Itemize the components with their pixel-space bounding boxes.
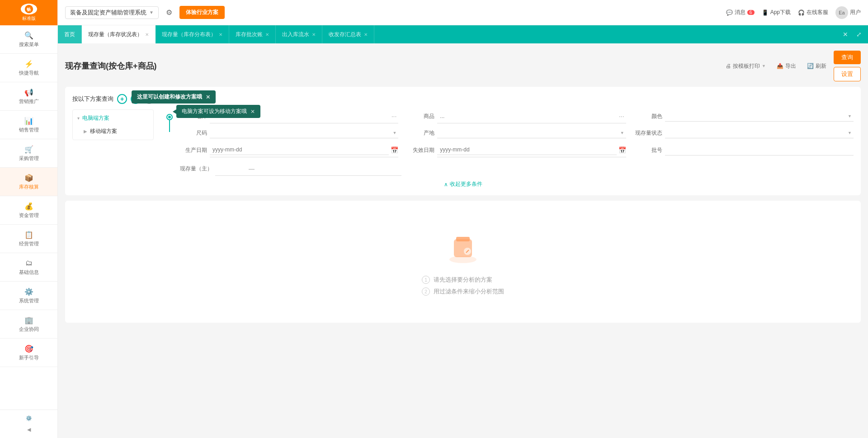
sidebar-item-guide[interactable]: 🎯 新手引导 — [0, 339, 57, 367]
connector-line — [169, 119, 170, 132]
tabs-close-all-icon[interactable]: ✕ — [840, 30, 851, 39]
sidebar-item-inventory[interactable]: 📦 库存核算 — [0, 168, 57, 196]
print-arrow-icon: ▼ — [762, 64, 766, 68]
produce-date-calendar-icon[interactable]: 📅 — [391, 146, 398, 154]
user-item[interactable]: Ea 用户 — [835, 6, 861, 19]
stock-main-from-input[interactable] — [215, 164, 247, 174]
sidebar-item-label: 搜索菜单 — [19, 41, 39, 48]
tab-inout-flow[interactable]: 出入库流水 ✕ — [276, 25, 322, 43]
tab-home[interactable]: 首页 — [58, 25, 82, 43]
template-print-button[interactable]: 🖨 按模板打印 ▼ — [722, 61, 769, 72]
query-button[interactable]: 查询 — [834, 51, 861, 64]
filter-color-field: 颜色 — [635, 109, 854, 123]
tabs-expand-icon[interactable]: ⤢ — [854, 30, 864, 39]
stock-status-select[interactable] — [665, 128, 854, 138]
sidebar-item-system[interactable]: ⚙️ 系统管理 — [0, 282, 57, 310]
refresh-button[interactable]: 🔄 刷新 — [803, 61, 830, 72]
step1-num: 1 — [422, 276, 430, 284]
message-item[interactable]: 💬 消息 6 — [726, 9, 755, 16]
filter-row-1: 仓库 ··· 商品 ··· — [180, 109, 854, 123]
tabs-bar: 首页 现存量（库存状况表） ✕ 现存量（库存分布表） ✕ 库存批次账 ✕ 出入库… — [58, 25, 868, 43]
filter-goods-field: 商品 ··· — [407, 109, 626, 123]
tab-close-icon[interactable]: ✕ — [219, 32, 222, 37]
collapse-button[interactable]: ∧ 收起更多条件 — [444, 180, 482, 188]
marketing-icon: 📢 — [24, 88, 33, 97]
expire-date-calendar-icon[interactable]: 📅 — [618, 146, 626, 154]
tab-inventory-status[interactable]: 现存量（库存状况表） ✕ — [82, 25, 156, 43]
warehouse-dots-icon[interactable]: ··· — [390, 113, 399, 120]
goods-input[interactable] — [437, 111, 615, 121]
logo-icon: 畅 — [21, 4, 37, 14]
filter-produce-date-field: 生产日期 📅 — [180, 143, 398, 157]
tab-batch-account[interactable]: 库存批次账 ✕ — [229, 25, 276, 43]
trial-button[interactable]: 体验行业方案 — [179, 6, 225, 19]
sidebar-item-nav[interactable]: ⚡ 快捷导航 — [0, 54, 57, 82]
size-label: 尺码 — [180, 129, 207, 137]
purchase-icon: 🛒 — [24, 145, 33, 154]
sidebar-settings[interactable]: ⚙️ — [26, 415, 32, 421]
collapse-label: 收起更多条件 — [450, 180, 482, 188]
origin-select[interactable] — [437, 128, 626, 138]
avatar: Ea — [835, 6, 848, 19]
sidebar-item-marketing[interactable]: 📢 营销推广 — [0, 82, 57, 111]
empty-icon — [443, 228, 483, 268]
tooltip-create-text: 这里可以创建和修改方案哦 — [137, 93, 202, 101]
setup-button[interactable]: 设置 — [834, 67, 861, 81]
svg-rect-3 — [454, 239, 472, 257]
sidebar-item-operations[interactable]: 📋 经营管理 — [0, 225, 57, 253]
tab-close-icon[interactable]: ✕ — [312, 32, 316, 37]
export-button[interactable]: 📤 导出 — [773, 61, 800, 72]
tooltip-scheme-close[interactable]: ✕ — [250, 108, 255, 115]
online-support-item[interactable]: 🎧 在线客服 — [798, 9, 828, 16]
sidebar-item-label: 新手引导 — [19, 354, 39, 361]
sidebar-item-purchase[interactable]: 🛒 采购管理 — [0, 139, 57, 168]
tab-close-icon[interactable]: ✕ — [364, 32, 368, 37]
goods-label: 商品 — [407, 113, 434, 120]
app-selector-arrow-icon: ▼ — [149, 10, 154, 15]
app-download-item[interactable]: 📱 App下载 — [762, 9, 791, 16]
settings-gear-icon: ⚙️ — [26, 415, 32, 421]
sidebar-item-basic-info[interactable]: 🗂 基础信息 — [0, 253, 57, 282]
produce-date-input[interactable] — [210, 145, 389, 155]
settings-icon[interactable]: ⚙ — [164, 6, 174, 19]
goods-dots-icon[interactable]: ··· — [617, 113, 626, 120]
sidebar-item-label: 采购管理 — [19, 155, 39, 162]
scheme-mobile-expand-icon: ▶ — [84, 129, 87, 134]
expire-date-input[interactable] — [437, 145, 616, 155]
color-select[interactable] — [665, 111, 854, 121]
svg-rect-4 — [456, 237, 470, 241]
scheme-item-mobile[interactable]: ▶ 移动端方案 — [73, 125, 153, 138]
tooltip-left-arrow-icon — [173, 109, 176, 114]
batch-input[interactable] — [665, 145, 854, 155]
sidebar-item-search[interactable]: 🔍 搜索菜单 — [0, 25, 57, 54]
stock-main-to-input[interactable] — [256, 164, 288, 174]
collapse-arrow-icon: ◀ — [27, 427, 31, 433]
sidebar-item-finance[interactable]: 💰 资金管理 — [0, 196, 57, 225]
empty-step-2: 2 用过滤条件来缩小分析范围 — [422, 287, 504, 296]
step2-num: 2 — [422, 287, 430, 296]
sidebar-item-enterprise[interactable]: 🏢 企业协同 — [0, 310, 57, 339]
tab-inventory-dist[interactable]: 现存量（库存分布表） ✕ — [156, 25, 229, 43]
sidebar-item-label: 系统管理 — [19, 297, 39, 304]
scheme-mobile-label: 移动端方案 — [90, 127, 117, 135]
app-selector[interactable]: 装备及固定资产辅助管理系统 ▼ — [65, 6, 159, 19]
tab-home-label: 首页 — [64, 31, 75, 38]
sidebar-collapse[interactable]: ◀ — [27, 427, 31, 433]
tab-close-icon[interactable]: ✕ — [265, 32, 269, 37]
scheme-panel: ▾ 电脑端方案 ▶ 移动端方案 — [72, 109, 163, 140]
batch-label: 批号 — [635, 146, 662, 154]
tooltip-create-close[interactable]: ✕ — [206, 94, 210, 100]
finance-icon: 💰 — [24, 202, 33, 211]
system-icon: ⚙️ — [24, 287, 33, 296]
sidebar-item-label: 企业协同 — [19, 326, 39, 333]
sidebar-item-label: 经营管理 — [19, 240, 39, 247]
tab-close-icon[interactable]: ✕ — [145, 32, 149, 37]
logo-text: 标准版 — [22, 15, 36, 22]
sidebar-item-sales[interactable]: 📊 销售管理 — [0, 111, 57, 139]
filter-add-button[interactable]: + 这里可以创建和修改方案哦 ✕ — [117, 94, 127, 104]
filter-batch-field: 批号 — [635, 143, 854, 157]
size-select[interactable] — [210, 128, 398, 138]
scheme-item-desktop[interactable]: ▾ 电脑端方案 — [73, 112, 153, 125]
stock-status-select-wrapper — [665, 128, 854, 138]
tab-recv-summary[interactable]: 收发存汇总表 ✕ — [322, 25, 374, 43]
